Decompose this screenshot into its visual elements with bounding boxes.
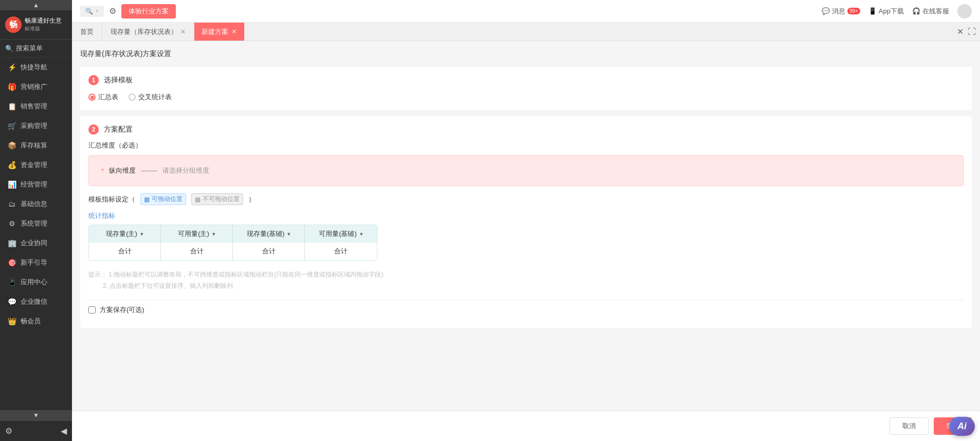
template-radio-group: 汇总表 交叉统计表 <box>88 93 964 102</box>
stats-table-section: 统计指标 现存量(主) ▾ 可用量(主) ▾ 现存量(基辅) <box>88 211 964 262</box>
save-checkbox[interactable] <box>88 306 96 314</box>
tab-new-plan[interactable]: 新建方案 ✕ <box>194 23 244 41</box>
quick-nav-icon: ⚡ <box>7 63 16 72</box>
indicator-close-paren: ） <box>248 195 255 204</box>
sidebar-item-quick-nav[interactable]: ⚡ 快捷导航 <box>0 58 72 77</box>
dimension-box[interactable]: * 纵向维度 —— 请选择分组维度 <box>88 155 964 186</box>
stats-col-header-0[interactable]: 现存量(主) ▾ <box>89 225 161 243</box>
dropdown-arrow-icon-3: ▾ <box>360 231 363 237</box>
sidebar-item-app-center[interactable]: 📱 应用中心 <box>0 272 72 292</box>
sidebar-item-inventory[interactable]: 📦 库存核算 <box>0 136 72 155</box>
page-title: 现存量(库存状况表)方案设置 <box>80 49 972 59</box>
window-close-icon[interactable]: ✕ <box>957 27 964 36</box>
search-icon: 🔍 <box>85 8 93 15</box>
main-area: 🔍 ▾ ⚙ 体验行业方案 💬 消息 99+ 📱 App下载 🎧 在线客服 <box>72 0 980 441</box>
sidebar-item-new-guide[interactable]: 🎯 新手引导 <box>0 253 72 272</box>
sidebar: ▲ 畅 畅康通好生意 标准版 🔍 搜索菜单 ⚡ 快捷导航 🎁 营销推广 📋 销售… <box>0 0 72 441</box>
message-icon: 💬 <box>822 7 830 15</box>
window-expand-icon[interactable]: ⛶ <box>968 27 976 36</box>
tab-home[interactable]: 首页 <box>72 23 102 41</box>
sidebar-bottom: ⚙ ◀ <box>0 420 72 441</box>
sidebar-item-system[interactable]: ⚙ 系统管理 <box>0 214 72 233</box>
sales-icon: 📋 <box>7 102 16 111</box>
member-icon: 👑 <box>7 317 16 326</box>
sidebar-item-purchase[interactable]: 🛒 采购管理 <box>0 116 72 136</box>
top-bar-left: 🔍 ▾ ⚙ 体验行业方案 <box>80 4 176 19</box>
sound-icon[interactable]: ◀ <box>61 426 67 436</box>
required-mark: * <box>101 167 104 175</box>
indicator-setting: 模板指标设定（ ▦ 可拖动位置 ▦ 不可拖动位置 ） <box>88 193 964 205</box>
stats-col-cell-3: 合计 <box>305 243 377 260</box>
sidebar-item-operations[interactable]: 📊 经营管理 <box>0 175 72 194</box>
basic-info-icon: 🗂 <box>7 199 16 209</box>
dimension-placeholder: 请选择分组维度 <box>162 166 209 175</box>
app-center-icon: 📱 <box>7 278 16 287</box>
radio-summary[interactable]: 汇总表 <box>88 93 118 102</box>
tab-inventory-status[interactable]: 现存量（库存状况表） ✕ <box>102 23 194 41</box>
no-drag-badge: ▦ 不可拖动位置 <box>191 193 243 205</box>
bottom-bar: 取消 查询 <box>72 411 980 441</box>
customer-service-button[interactable]: 🎧 在线客服 <box>912 7 949 16</box>
sidebar-item-finance[interactable]: 💰 资金管理 <box>0 155 72 175</box>
radio-cross[interactable]: 交叉统计表 <box>129 93 172 102</box>
sidebar-search[interactable]: 🔍 搜索菜单 <box>0 40 72 58</box>
vertical-dimension-label: 纵向维度 <box>109 166 136 175</box>
no-drag-icon: ▦ <box>195 196 201 203</box>
step2-badge: 2 <box>88 124 99 135</box>
scroll-up-arrow[interactable]: ▲ <box>0 0 72 10</box>
app-logo-icon: 畅 <box>5 16 22 33</box>
top-bar-search[interactable]: 🔍 ▾ <box>80 6 104 17</box>
phone-icon: 📱 <box>868 7 877 15</box>
stats-label: 统计指标 <box>88 211 964 220</box>
message-button[interactable]: 💬 消息 99+ <box>822 7 860 16</box>
window-controls: ✕ ⛶ <box>953 27 980 36</box>
dropdown-arrow-icon-1: ▾ <box>212 231 215 237</box>
tab-bar: 首页 现存量（库存状况表） ✕ 新建方案 ✕ ✕ ⛶ <box>72 23 980 41</box>
stats-table-body: 合计 合计 合计 合计 <box>89 243 377 260</box>
stats-col-header-3[interactable]: 可用量(基辅) ▾ <box>305 225 377 243</box>
stats-col-header-2[interactable]: 现存量(基辅) ▾ <box>233 225 305 243</box>
top-bar-right: 💬 消息 99+ 📱 App下载 🎧 在线客服 <box>822 4 972 19</box>
enterprise-wechat-icon: 💬 <box>7 297 16 306</box>
marketing-icon: 🎁 <box>7 82 16 91</box>
system-icon: ⚙ <box>7 219 16 228</box>
dropdown-arrow-icon-0: ▾ <box>140 231 143 237</box>
step2-title: 方案配置 <box>104 125 133 134</box>
dimension-label: 汇总维度（必选） <box>88 141 964 150</box>
headset-icon: 🎧 <box>912 7 920 15</box>
stats-col-cell-2: 合计 <box>233 243 305 260</box>
sidebar-item-marketing[interactable]: 🎁 营销推广 <box>0 77 72 97</box>
finance-icon: 💰 <box>7 160 16 170</box>
scroll-down-arrow[interactable]: ▼ <box>0 410 72 420</box>
stats-table-header: 现存量(主) ▾ 可用量(主) ▾ 现存量(基辅) ▾ 可用量(基辅) <box>89 225 377 243</box>
sidebar-item-sales[interactable]: 📋 销售管理 <box>0 97 72 116</box>
save-row: 方案保存(可选) <box>88 300 964 320</box>
app-download-button[interactable]: 📱 App下载 <box>868 7 904 16</box>
sidebar-item-enterprise-wechat[interactable]: 💬 企业微信 <box>0 292 72 311</box>
sidebar-logo: 畅 畅康通好生意 标准版 <box>0 10 72 40</box>
app-name: 畅康通好生意 <box>25 17 62 25</box>
sidebar-item-enterprise[interactable]: 🏢 企业协同 <box>0 233 72 253</box>
ai-badge[interactable]: Ai <box>949 417 975 436</box>
dimension-arrow-icon: —— <box>141 166 157 175</box>
inventory-icon: 📦 <box>7 141 16 150</box>
user-avatar[interactable] <box>957 4 972 19</box>
dropdown-arrow-icon-2: ▾ <box>287 231 291 237</box>
tab-inventory-close-icon[interactable]: ✕ <box>180 28 186 35</box>
stats-table: 现存量(主) ▾ 可用量(主) ▾ 现存量(基辅) ▾ 可用量(基辅) <box>88 225 377 261</box>
draggable-badge: ▦ 可拖动位置 <box>140 193 186 205</box>
cancel-button[interactable]: 取消 <box>890 417 929 435</box>
content-area: 现存量(库存状况表)方案设置 1 选择模板 汇总表 交叉统计表 2 <box>72 41 980 411</box>
drag-icon: ▦ <box>144 196 150 203</box>
tips-text: 提示： 1.拖动标题栏可以调整布局，不可跨维度或指标区域拖动栏目(只能在同一维度… <box>88 269 964 291</box>
settings-icon[interactable]: ⚙ <box>5 426 12 436</box>
top-bar: 🔍 ▾ ⚙ 体验行业方案 💬 消息 99+ 📱 App下载 🎧 在线客服 <box>72 0 980 23</box>
sidebar-item-member[interactable]: 👑 畅会员 <box>0 311 72 331</box>
gear-icon[interactable]: ⚙ <box>109 6 116 16</box>
app-edition: 标准版 <box>25 25 62 32</box>
tab-new-plan-close-icon[interactable]: ✕ <box>231 28 237 35</box>
industry-plan-button[interactable]: 体验行业方案 <box>121 4 176 19</box>
tips-section: 提示： 1.拖动标题栏可以调整布局，不可跨维度或指标区域拖动栏目(只能在同一维度… <box>88 269 964 291</box>
sidebar-item-basic-info[interactable]: 🗂 基础信息 <box>0 194 72 214</box>
stats-col-header-1[interactable]: 可用量(主) ▾ <box>161 225 233 243</box>
